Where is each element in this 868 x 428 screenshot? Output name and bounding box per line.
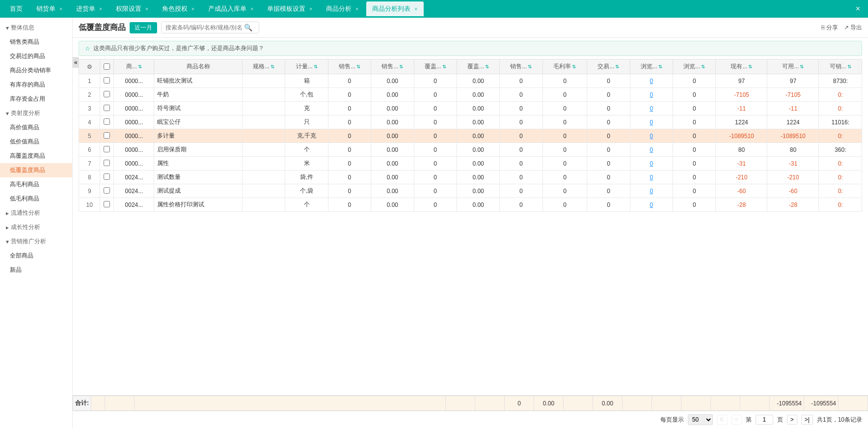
row-sellable: 0:: [819, 88, 862, 102]
col-sales-qty[interactable]: 销售...⇅: [328, 59, 371, 74]
sidebar-item-in-stock[interactable]: 有库存的商品: [0, 78, 72, 92]
col-sales-amt[interactable]: 销售...⇅: [371, 59, 414, 74]
nav-permission-close[interactable]: ×: [145, 6, 148, 12]
row-checkbox[interactable]: [104, 105, 110, 111]
last-page-button[interactable]: >|: [801, 415, 813, 425]
sidebar-item-sales-goods[interactable]: 销售类商品: [0, 35, 72, 49]
row-checkbox-cell[interactable]: [100, 115, 114, 129]
nav-role-close[interactable]: ×: [191, 6, 194, 12]
nav-production-close[interactable]: ×: [250, 6, 253, 12]
nav-production[interactable]: 产成品入库单 ×: [202, 1, 259, 16]
sidebar-item-high-value[interactable]: 高价值商品: [0, 120, 72, 135]
nav-sales[interactable]: 销货单 ×: [30, 1, 68, 16]
per-page-select[interactable]: 50 20 100: [688, 414, 713, 425]
sidebar-item-low-profit[interactable]: 低毛利商品: [0, 192, 72, 206]
nav-goods-analysis[interactable]: 商品分析 ×: [320, 1, 364, 16]
row-browse1[interactable]: 0: [630, 157, 673, 171]
col-settings[interactable]: ⚙: [79, 59, 100, 74]
col-browse1[interactable]: 浏览...⇅: [630, 59, 673, 74]
row-checkbox[interactable]: [104, 132, 110, 139]
search-box[interactable]: 🔍: [161, 22, 259, 33]
row-browse1[interactable]: 0: [630, 102, 673, 115]
share-button[interactable]: ⎘ 分享: [821, 24, 838, 32]
row-browse1[interactable]: 0: [630, 88, 673, 102]
row-checkbox-cell[interactable]: [100, 198, 114, 212]
first-page-button[interactable]: K: [717, 415, 728, 425]
sidebar-group-overall[interactable]: ▾ 整体信息: [0, 21, 72, 35]
row-checkbox-cell[interactable]: [100, 143, 114, 157]
search-input[interactable]: [165, 24, 244, 31]
row-checkbox-cell[interactable]: [100, 157, 114, 171]
col-sales-days[interactable]: 销售...⇅: [500, 59, 542, 74]
row-checkbox[interactable]: [104, 118, 110, 125]
nav-purchase[interactable]: 进货单 ×: [70, 1, 108, 16]
export-button[interactable]: ↗ 导出: [844, 24, 862, 32]
col-stock[interactable]: 现有...⇅: [716, 59, 767, 74]
row-browse1[interactable]: 0: [630, 115, 673, 129]
row-browse1[interactable]: 0: [630, 143, 673, 157]
nav-home[interactable]: 首页: [4, 1, 28, 16]
col-checkbox[interactable]: [100, 59, 114, 74]
col-available[interactable]: 可用...⇅: [767, 59, 819, 74]
row-checkbox[interactable]: [104, 201, 110, 207]
col-gross-rate[interactable]: 毛利率⇅: [542, 59, 587, 74]
nav-goods-list-close[interactable]: ×: [414, 6, 417, 12]
row-browse1[interactable]: 0: [630, 198, 673, 212]
period-button[interactable]: 近一月: [130, 22, 157, 33]
nav-template-close[interactable]: ×: [309, 6, 312, 12]
col-code[interactable]: 商...⇅: [114, 59, 154, 74]
sidebar-item-high-coverage[interactable]: 高覆盖度商品: [0, 149, 72, 163]
row-checkbox[interactable]: [104, 77, 110, 84]
col-sellable[interactable]: 可销...⇅: [819, 59, 862, 74]
row-checkbox[interactable]: [104, 173, 110, 180]
col-unit[interactable]: 计量...⇅: [285, 59, 328, 74]
prev-page-button[interactable]: <: [732, 415, 742, 425]
col-browse2[interactable]: 浏览...⇅: [673, 59, 716, 74]
col-cov2[interactable]: 覆盖...⇅: [457, 59, 499, 74]
row-checkbox-cell[interactable]: [100, 88, 114, 102]
row-browse1[interactable]: 0: [630, 184, 673, 198]
row-checkbox-cell[interactable]: [100, 184, 114, 198]
sidebar-group-coverage[interactable]: ▾ 类射度分析: [0, 106, 72, 120]
nav-permission[interactable]: 权限设置 ×: [110, 1, 154, 16]
sidebar-group-marketing[interactable]: ▾ 营销推广分析: [0, 234, 72, 249]
select-all-checkbox[interactable]: [104, 63, 110, 70]
search-icon[interactable]: 🔍: [244, 24, 252, 31]
row-checkbox-cell[interactable]: [100, 129, 114, 143]
nav-role[interactable]: 角色授权 ×: [156, 1, 200, 16]
sidebar-item-capital[interactable]: 库存资金占用: [0, 92, 72, 106]
sidebar-collapse-button[interactable]: «: [73, 57, 79, 68]
info-banner: ☆ 这类商品只有很少客户购买过，是推广不够，还是商品本身问题？: [79, 41, 862, 56]
sidebar-group-flow[interactable]: ▸ 流通性分析: [0, 206, 72, 220]
row-checkbox-cell[interactable]: [100, 102, 114, 115]
next-page-button[interactable]: >: [787, 415, 797, 425]
nav-purchase-close[interactable]: ×: [99, 6, 102, 12]
nav-sales-close[interactable]: ×: [59, 6, 62, 12]
sidebar-item-category-rate[interactable]: 商品分类动销率: [0, 63, 72, 78]
row-checkbox-cell[interactable]: [100, 171, 114, 184]
row-checkbox[interactable]: [104, 91, 110, 97]
row-browse1[interactable]: 0: [630, 129, 673, 143]
page-input[interactable]: [756, 415, 773, 425]
row-checkbox[interactable]: [104, 187, 110, 194]
nav-goods-analysis-list[interactable]: 商品分析列表 ×: [366, 1, 423, 16]
row-browse1[interactable]: 0: [630, 171, 673, 184]
col-cov1[interactable]: 覆盖...⇅: [414, 59, 457, 74]
nav-template[interactable]: 单据模板设置 ×: [261, 1, 318, 16]
sidebar-item-all-goods[interactable]: 全部商品: [0, 249, 72, 263]
sidebar-item-high-profit[interactable]: 高毛利商品: [0, 177, 72, 192]
sidebar-item-traded-goods[interactable]: 交易过的商品: [0, 49, 72, 63]
close-all-tabs[interactable]: ×: [852, 2, 864, 15]
row-checkbox-cell[interactable]: [100, 74, 114, 88]
col-spec[interactable]: 规格...⇅: [243, 59, 285, 74]
row-checkbox[interactable]: [104, 160, 110, 166]
nav-goods-analysis-close[interactable]: ×: [355, 6, 358, 12]
row-index: 5: [79, 129, 100, 143]
row-browse1[interactable]: 0: [630, 74, 673, 88]
sidebar-item-new-goods[interactable]: 新品: [0, 263, 72, 277]
sidebar-group-growth[interactable]: ▸ 成长性分析: [0, 220, 72, 234]
sidebar-item-low-value[interactable]: 低价值商品: [0, 135, 72, 149]
row-checkbox[interactable]: [104, 146, 110, 152]
sidebar-item-low-coverage[interactable]: 低覆盖度商品: [0, 163, 72, 177]
col-trans[interactable]: 交易...⇅: [587, 59, 630, 74]
